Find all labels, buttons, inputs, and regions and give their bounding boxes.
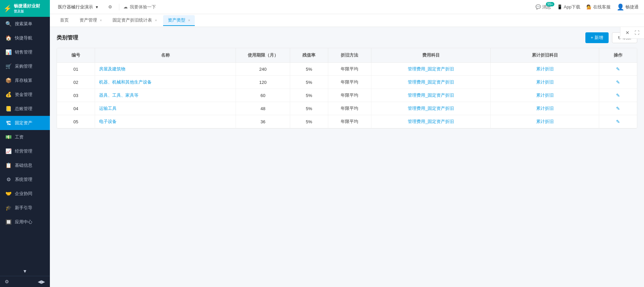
window-maximize-button[interactable]: ⛶ — [633, 28, 641, 37]
name-link[interactable]: 运输工具 — [99, 106, 117, 111]
cell-action: ✎ — [599, 102, 637, 115]
experience-label: 我要体验一下 — [130, 4, 156, 10]
sidebar-label-ledger: 总账管理 — [15, 106, 32, 112]
tab-asset-type-close[interactable]: × — [188, 18, 190, 22]
expense-subject-link[interactable]: 管理费用_固定资产折旧 — [408, 66, 454, 71]
user-menu[interactable]: 👤 畅捷通 — [617, 3, 639, 11]
table-body: 01 房屋及建筑物 240 5% 年限平均 管理费用_固定资产折旧 累计折旧 ✎… — [57, 63, 637, 128]
sidebar-label-guide: 新手引导 — [15, 205, 32, 211]
col-name: 名称 — [95, 48, 236, 63]
ledger-icon: 📒 — [5, 106, 11, 112]
name-link[interactable]: 房屋及建筑物 — [99, 66, 125, 71]
expense-subject-link[interactable]: 管理费用_固定资产折旧 — [408, 79, 454, 85]
expense-subject-link[interactable]: 管理费用_固定资产折旧 — [408, 93, 454, 98]
new-button[interactable]: + 新增 — [585, 32, 609, 43]
sidebar-label-sales: 销售管理 — [15, 49, 32, 55]
page-title: 类别管理 — [57, 34, 78, 41]
avatar: 👤 — [617, 3, 624, 11]
collapse-icon[interactable]: ◀▶ — [38, 279, 45, 284]
sidebar-item-sys-mgmt[interactable]: ⚙ 系统管理 — [0, 172, 50, 187]
table-row: 05 电子设备 36 5% 年限平均 管理费用_固定资产折旧 累计折旧 ✎ — [57, 115, 637, 128]
sidebar-item-purchase[interactable]: 🛒 采购管理 — [0, 59, 50, 73]
sidebar-item-inventory[interactable]: 📦 库存核算 — [0, 73, 50, 88]
cell-period: 120 — [236, 76, 290, 89]
tab-asset-mgmt-close[interactable]: × — [100, 18, 102, 22]
sidebar-item-sales[interactable]: 📊 销售管理 — [0, 45, 50, 59]
sidebar-item-basic-info[interactable]: 📋 基础信息 — [0, 158, 50, 172]
app-selector-label: 医疗器械行业演示 — [58, 4, 93, 10]
cell-method: 年限平均 — [328, 115, 371, 128]
cloud-icon: ☁ — [123, 4, 128, 9]
app-selector[interactable]: 医疗器械行业演示 ▼ — [55, 3, 101, 11]
sidebar-item-payroll[interactable]: 💵 工资 — [0, 130, 50, 144]
settings-icon[interactable]: ⚙ — [5, 279, 9, 284]
payroll-icon: 💵 — [5, 134, 11, 140]
tab-asset-type[interactable]: 资产类型 × — [163, 15, 195, 26]
sidebar-item-capital[interactable]: 💰 资金管理 — [0, 88, 50, 102]
table-row: 02 机器、机械和其他生产设备 120 5% 年限平均 管理费用_固定资产折旧 … — [57, 76, 637, 89]
cell-period: 48 — [236, 102, 290, 115]
cell-id: 01 — [57, 63, 95, 76]
cell-residual: 5% — [290, 115, 328, 128]
col-residual: 残值率 — [290, 48, 328, 63]
sidebar-label-biz-mgmt: 经营管理 — [15, 148, 32, 154]
name-link[interactable]: 机器、机械和其他生产设备 — [99, 79, 152, 85]
online-service-button[interactable]: 💁 在线客服 — [586, 4, 611, 10]
cell-residual: 5% — [290, 76, 328, 89]
sidebar-item-quick-nav[interactable]: 🏠 快捷导航 — [0, 31, 50, 45]
sidebar-label-purchase: 采购管理 — [15, 63, 32, 69]
sidebar-scroll-down-button[interactable]: ▼ — [0, 266, 50, 276]
sidebar-item-search[interactable]: 🔍 搜索菜单 — [0, 17, 50, 31]
acc-subject-link[interactable]: 累计折旧 — [536, 119, 554, 124]
window-controls: ✕ ⛶ — [620, 27, 644, 39]
cell-method: 年限平均 — [328, 102, 371, 115]
sidebar-scroll: 🔍 搜索菜单 🏠 快捷导航 📊 销售管理 🛒 采购管理 📦 库存核算 💰 资金管… — [0, 17, 50, 266]
sidebar-item-guide[interactable]: 🎓 新手引导 — [0, 201, 50, 215]
sidebar-item-ledger[interactable]: 📒 总账管理 — [0, 102, 50, 116]
cell-action: ✎ — [599, 115, 637, 128]
experience-button[interactable]: ☁ 我要体验一下 — [123, 4, 156, 10]
sidebar-label-inventory: 库存核算 — [15, 77, 32, 84]
sidebar-item-app-center[interactable]: 🔲 应用中心 — [0, 215, 50, 229]
acc-subject-link[interactable]: 累计折旧 — [536, 66, 554, 71]
cell-residual: 5% — [290, 102, 328, 115]
tab-fixed-asset-table[interactable]: 固定资产折旧统计表 × — [108, 15, 161, 26]
online-service-label: 在线客服 — [593, 4, 611, 10]
page-header: 类别管理 + 新增 ↻ 刷新 — [57, 32, 637, 43]
window-close-button[interactable]: ✕ — [623, 28, 632, 37]
fixed-assets-icon: 🏗 — [5, 120, 11, 126]
expense-subject-link[interactable]: 管理费用_固定资产折旧 — [408, 106, 454, 111]
sidebar-item-fixed-assets[interactable]: 🏗 固定资产 — [0, 116, 50, 130]
header-settings-button[interactable]: ⚙ — [105, 2, 115, 12]
sidebar-footer: ⚙ ◀▶ — [0, 276, 50, 287]
edit-button[interactable]: ✎ — [616, 106, 620, 111]
edit-button[interactable]: ✎ — [616, 66, 620, 72]
cell-period: 36 — [236, 115, 290, 128]
cell-expense-subject: 管理费用_固定资产折旧 — [371, 115, 491, 128]
expense-subject-link[interactable]: 管理费用_固定资产折旧 — [408, 119, 454, 124]
sidebar-item-corp-collab[interactable]: 🤝 企业协同 — [0, 187, 50, 201]
cell-name: 机器、机械和其他生产设备 — [95, 76, 236, 89]
name-link[interactable]: 电子设备 — [99, 119, 117, 124]
sidebar-item-biz-mgmt[interactable]: 📈 经营管理 — [0, 144, 50, 158]
name-link[interactable]: 器具、工具、家具等 — [99, 93, 139, 98]
message-button[interactable]: 💬 消息 99+ — [535, 4, 551, 10]
cell-name: 运输工具 — [95, 102, 236, 115]
col-expense-subject: 费用科目 — [371, 48, 491, 63]
acc-subject-link[interactable]: 累计折旧 — [536, 93, 554, 98]
tab-asset-mgmt-label: 资产管理 — [80, 17, 97, 23]
logo-subtitle: 普及版 — [14, 9, 40, 14]
cell-method: 年限平均 — [328, 63, 371, 76]
edit-button[interactable]: ✎ — [616, 93, 620, 98]
app-download-button[interactable]: 📱 App下载 — [557, 4, 580, 10]
cell-name: 电子设备 — [95, 115, 236, 128]
edit-button[interactable]: ✎ — [616, 119, 620, 124]
tab-fixed-asset-table-close[interactable]: × — [155, 18, 157, 22]
basic-info-icon: 📋 — [5, 162, 11, 168]
acc-subject-link[interactable]: 累计折旧 — [536, 106, 554, 111]
tab-home[interactable]: 首页 — [55, 15, 73, 26]
edit-button[interactable]: ✎ — [616, 79, 620, 85]
cell-id: 05 — [57, 115, 95, 128]
acc-subject-link[interactable]: 累计折旧 — [536, 79, 554, 85]
tab-asset-mgmt[interactable]: 资产管理 × — [75, 15, 106, 26]
